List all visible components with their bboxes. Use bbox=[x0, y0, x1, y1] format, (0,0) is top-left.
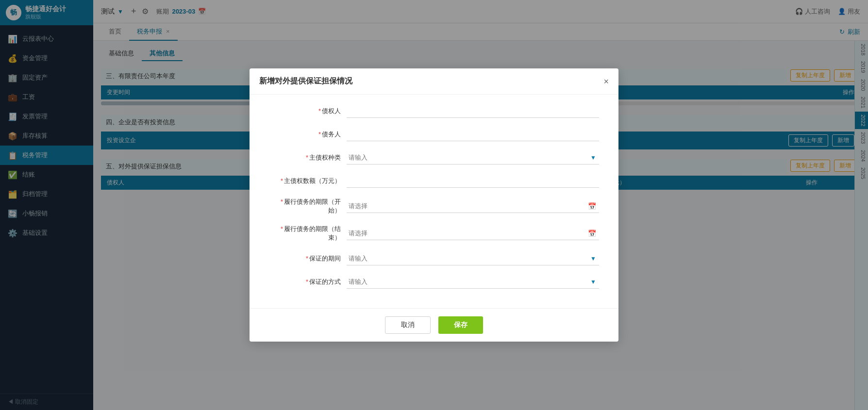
period-start-input[interactable] bbox=[347, 199, 585, 213]
debt-type-select-wrapper: ▼ bbox=[347, 151, 599, 164]
debt-amount-input[interactable] bbox=[347, 174, 599, 188]
cancel-button[interactable]: 取消 bbox=[385, 316, 431, 334]
guarantee-method-chevron-icon[interactable]: ▼ bbox=[587, 279, 599, 285]
guarantee-period-input[interactable] bbox=[347, 252, 587, 265]
form-row-debt-type: *主债权种类 ▼ bbox=[269, 151, 599, 164]
period-end-calendar-icon[interactable]: 📅 bbox=[585, 230, 599, 237]
debt-amount-label: *主债权数额（万元） bbox=[269, 177, 347, 185]
period-start-label: *履行债务的期限（开始） bbox=[269, 197, 347, 215]
modal-title: 新增对外提供保证担保情况 bbox=[259, 76, 352, 86]
debtor-label: *债务人 bbox=[269, 130, 347, 139]
period-start-calendar-icon[interactable]: 📅 bbox=[585, 202, 599, 210]
modal-close-button[interactable]: × bbox=[603, 77, 609, 86]
modal-header: 新增对外提供保证担保情况 × bbox=[250, 68, 618, 95]
period-start-date-wrapper: 📅 bbox=[347, 199, 599, 213]
guarantee-period-label: *保证的期间 bbox=[269, 254, 347, 263]
guarantee-method-select-wrapper: ▼ bbox=[347, 275, 599, 289]
guarantee-method-label: *保证的方式 bbox=[269, 278, 347, 286]
debt-type-input[interactable] bbox=[347, 151, 587, 164]
modal: 新增对外提供保证担保情况 × *债权人 *债务人 *主债权种类 bbox=[250, 68, 618, 342]
form-row-guarantee-method: *保证的方式 ▼ bbox=[269, 275, 599, 289]
modal-body: *债权人 *债务人 *主债权种类 ▼ bbox=[250, 95, 618, 308]
guarantee-method-input[interactable] bbox=[347, 275, 587, 288]
debtor-input[interactable] bbox=[347, 128, 599, 141]
modal-overlay: 新增对外提供保证担保情况 × *债权人 *债务人 *主债权种类 bbox=[0, 0, 868, 410]
form-row-period-start: *履行债务的期限（开始） 📅 bbox=[269, 197, 599, 215]
period-end-label: *履行债务的期限（结束） bbox=[269, 225, 347, 242]
modal-footer: 取消 保存 bbox=[250, 308, 618, 342]
form-row-debtor: *债务人 bbox=[269, 128, 599, 141]
creditor-label: *债权人 bbox=[269, 107, 347, 115]
period-end-input[interactable] bbox=[347, 227, 585, 240]
period-end-date-wrapper: 📅 bbox=[347, 227, 599, 240]
guarantee-period-select-wrapper: ▼ bbox=[347, 252, 599, 265]
form-row-guarantee-period: *保证的期间 ▼ bbox=[269, 252, 599, 265]
save-button[interactable]: 保存 bbox=[438, 316, 483, 334]
debt-type-chevron-icon[interactable]: ▼ bbox=[587, 154, 599, 161]
guarantee-period-chevron-icon[interactable]: ▼ bbox=[587, 255, 599, 262]
creditor-input[interactable] bbox=[347, 104, 599, 118]
form-row-creditor: *债权人 bbox=[269, 104, 599, 118]
debt-type-label: *主债权种类 bbox=[269, 153, 347, 162]
form-row-debt-amount: *主债权数额（万元） bbox=[269, 174, 599, 188]
form-row-period-end: *履行债务的期限（结束） 📅 bbox=[269, 225, 599, 242]
